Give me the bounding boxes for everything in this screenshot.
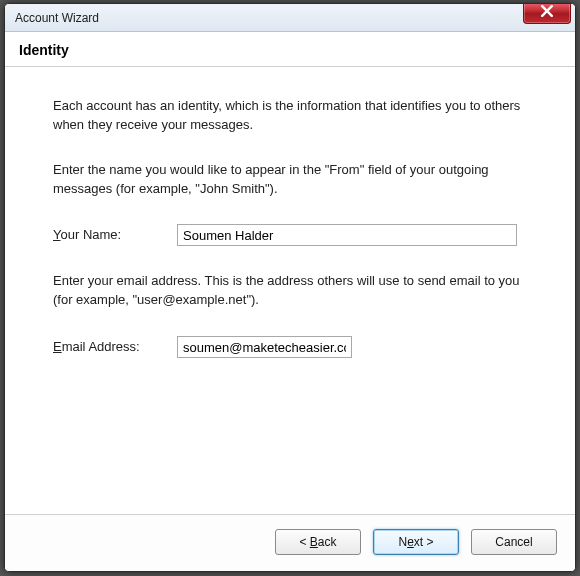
next-button[interactable]: Next > xyxy=(373,529,459,555)
account-wizard-window: Account Wizard Identity Each account has… xyxy=(4,3,576,572)
intro-text: Each account has an identity, which is t… xyxy=(53,97,539,135)
page-title: Identity xyxy=(19,42,69,58)
titlebar[interactable]: Account Wizard xyxy=(5,4,575,32)
wizard-footer: < Back Next > Cancel xyxy=(5,514,575,571)
your-name-row: Your Name: xyxy=(53,224,539,246)
window-title: Account Wizard xyxy=(15,11,99,25)
name-prompt: Enter the name you would like to appear … xyxy=(53,161,539,199)
email-address-label: Email Address: xyxy=(53,338,177,357)
your-name-input[interactable] xyxy=(177,224,517,246)
wizard-content: Each account has an identity, which is t… xyxy=(5,67,575,514)
email-address-input[interactable] xyxy=(177,336,352,358)
close-button[interactable] xyxy=(523,3,571,24)
your-name-label: Your Name: xyxy=(53,226,177,245)
email-row: Email Address: xyxy=(53,336,539,358)
close-icon xyxy=(541,5,553,20)
wizard-header: Identity xyxy=(5,32,575,67)
email-prompt: Enter your email address. This is the ad… xyxy=(53,272,539,310)
cancel-button[interactable]: Cancel xyxy=(471,529,557,555)
back-button[interactable]: < Back xyxy=(275,529,361,555)
